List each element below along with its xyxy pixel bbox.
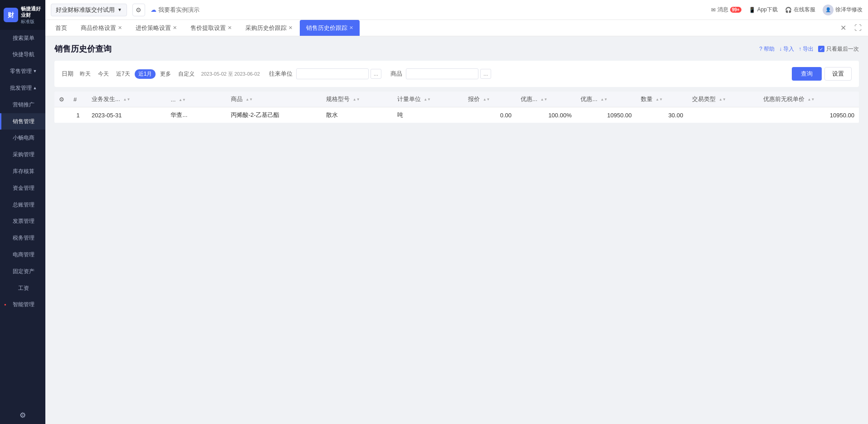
tab-sales-history[interactable]: 销售历史价跟踪 ✕ <box>300 20 360 36</box>
sidebar-item-general[interactable]: 总账管理 <box>0 197 45 213</box>
row-price: 0.00 <box>463 107 516 123</box>
table-header-type[interactable]: 交易类型 ▲▼ <box>688 92 758 107</box>
sidebar-item-quick-nav[interactable]: 快捷导航 <box>0 46 45 63</box>
table-header-spec[interactable]: 规格型号 ▲▼ <box>322 92 392 107</box>
table-header-qty[interactable]: 数量 ▲▼ <box>636 92 688 107</box>
source-dots-button[interactable]: ... <box>371 69 381 79</box>
table-header-num: # <box>69 92 87 107</box>
table-header-date[interactable]: 业务发生... ▲▼ <box>87 92 166 107</box>
tab-purchase-history-close[interactable]: ✕ <box>288 25 293 31</box>
tab-product-price-close[interactable]: ✕ <box>118 25 122 31</box>
tab-sale-extract-close[interactable]: ✕ <box>228 25 232 31</box>
product-label: 商品 <box>390 70 402 78</box>
source-field: 往来单位 ... <box>269 68 381 79</box>
sidebar-item-inventory[interactable]: 库存核算 <box>0 163 45 180</box>
tabs-right: ✕ ⛶ <box>838 23 864 33</box>
product-dots-button[interactable]: ... <box>480 69 491 79</box>
sidebar-item-sales[interactable]: 销售管理 <box>0 113 45 130</box>
sidebar-item-wholesale[interactable]: 批发管理▲ <box>0 80 45 96</box>
source-input[interactable] <box>296 68 369 79</box>
table-header-gear[interactable]: ⚙ <box>54 92 69 107</box>
table-header-product[interactable]: 商品 ▲▼ <box>226 92 322 107</box>
import-link[interactable]: ↓ 导入 <box>779 45 794 53</box>
tab-purchase-strategy[interactable]: 进价策略设置 ✕ <box>129 20 183 36</box>
query-button[interactable]: 查询 <box>792 67 822 81</box>
app-download-button[interactable]: 📱 App下载 <box>749 6 778 14</box>
app-logo: 财 畅捷通好业财 标准版 <box>0 0 45 30</box>
sidebar-item-purchase[interactable]: 采购管理 <box>0 146 45 163</box>
date-filter: 昨天 今天 近7天 近1月 更多 自定义 2023-05-02 至 2023-0… <box>77 69 260 79</box>
tab-purchase-history[interactable]: 采购历史价跟踪 ✕ <box>239 20 299 36</box>
topbar-settings-icon[interactable]: ⚙ <box>132 4 145 16</box>
source-label: 往来单位 <box>269 70 293 78</box>
tab-close-window[interactable]: ✕ <box>838 23 849 33</box>
message-label: 消息 <box>717 6 728 14</box>
app-download-label: App下载 <box>757 6 778 14</box>
tab-sale-extract[interactable]: 售价提取设置 ✕ <box>184 20 238 36</box>
tab-purchase-strategy-close[interactable]: ✕ <box>173 25 177 31</box>
sidebar-item-marketing[interactable]: 营销推广 <box>0 96 45 113</box>
tab-sales-history-close[interactable]: ✕ <box>349 25 353 31</box>
row-type <box>688 107 758 123</box>
sidebar-item-salary[interactable]: 工资 <box>0 280 45 297</box>
demo-link[interactable]: ☁ 我要看实例演示 <box>151 6 200 14</box>
help-link[interactable]: ? 帮助 <box>759 45 775 53</box>
version-selector[interactable]: 好业财标准版交付试用 ▼ <box>51 4 127 16</box>
sidebar-item-assets[interactable]: 固定资产 <box>0 263 45 280</box>
sort-arrows-dots: ▲▼ <box>179 98 186 102</box>
table-header-dots[interactable]: ... ▲▼ <box>166 92 226 107</box>
date-custom[interactable]: 自定义 <box>176 69 197 79</box>
sort-arrows-type: ▲▼ <box>719 97 726 101</box>
tab-purchase-strategy-label: 进价策略设置 <box>136 24 171 32</box>
sidebar-item-ecommerce[interactable]: 电商管理 <box>0 246 45 263</box>
page-header-actions: ? 帮助 ↓ 导入 ↑ 导出 ✓ 只看最后一次 <box>759 45 859 53</box>
date-today[interactable]: 今天 <box>95 69 112 79</box>
date-more[interactable]: 更多 <box>157 69 174 79</box>
sidebar-item-xiaochangec[interactable]: 小畅电商 <box>0 130 45 146</box>
date-last1month[interactable]: 近1月 <box>135 69 156 79</box>
demo-text: 我要看实例演示 <box>158 6 200 14</box>
sidebar-item-retail[interactable]: 零售管理▼ <box>0 63 45 80</box>
chevron-down-icon: ▼ <box>117 7 122 12</box>
product-input[interactable] <box>406 68 478 79</box>
tab-home-label: 首页 <box>55 24 67 32</box>
sidebar-settings-button[interactable]: ⚙ <box>0 406 45 424</box>
online-service-button[interactable]: 🎧 在线客服 <box>785 6 815 14</box>
sidebar-item-tax[interactable]: 税务管理 <box>0 230 45 246</box>
row-company: 华查... <box>166 107 226 123</box>
date-yesterday[interactable]: 昨天 <box>77 69 93 79</box>
topbar-right: ✉ 消息 99+ 📱 App下载 🎧 在线客服 👤 徐泽华修改 <box>711 5 863 15</box>
table-header-row: ⚙ # 业务发生... ▲▼ ... ▲▼ 商品 ▲▼ <box>54 92 859 107</box>
import-icon: ↓ <box>779 46 782 52</box>
row-unit: 吨 <box>393 107 463 123</box>
table-header-unit[interactable]: 计量单位 ▲▼ <box>393 92 463 107</box>
user-name: 徐泽华修改 <box>835 6 863 14</box>
table-row: 1 2023-05-31 华查... 丙烯酸-2-乙基己酯 散水 吨 0.00 … <box>54 107 859 123</box>
search-buttons: 查询 设置 <box>792 67 852 81</box>
table-header-discount2[interactable]: 优惠... ▲▼ <box>576 92 636 107</box>
table-header-price[interactable]: 报价 ▲▼ <box>463 92 516 107</box>
only-last-checkbox[interactable]: ✓ 只看最后一次 <box>818 45 859 53</box>
sidebar: 财 畅捷通好业财 标准版 搜索菜单 快捷导航 零售管理▼ 批发管理▲ 营销推广 … <box>0 0 45 424</box>
sidebar-item-smart[interactable]: 智能管理 <box>0 296 45 313</box>
sort-arrows-date: ▲▼ <box>123 97 130 101</box>
sort-arrows-spec: ▲▼ <box>353 97 360 101</box>
tab-home[interactable]: 首页 <box>49 20 73 36</box>
tab-maximize[interactable]: ⛶ <box>852 23 864 33</box>
product-input-group: ... <box>406 68 491 79</box>
tab-product-price[interactable]: 商品价格设置 ✕ <box>74 20 128 36</box>
help-label: 帮助 <box>764 45 775 53</box>
row-notax: 10950.00 <box>759 107 859 123</box>
table-header-discount1[interactable]: 优惠... ▲▼ <box>516 92 576 107</box>
sidebar-item-search[interactable]: 搜索菜单 <box>0 30 45 47</box>
sidebar-item-finance[interactable]: 资金管理 <box>0 180 45 197</box>
settings-button[interactable]: 设置 <box>824 67 852 81</box>
row-qty: 30.00 <box>636 107 688 123</box>
user-menu[interactable]: 👤 徐泽华修改 <box>823 5 863 15</box>
message-button[interactable]: ✉ 消息 99+ <box>711 6 741 14</box>
export-link[interactable]: ↑ 导出 <box>799 45 814 53</box>
date-last7[interactable]: 近7天 <box>113 69 133 79</box>
table-header-notax[interactable]: 优惠前无税单价 ▲▼ <box>759 92 859 107</box>
sidebar-item-invoice[interactable]: 发票管理 <box>0 213 45 230</box>
export-label: 导出 <box>803 45 814 53</box>
